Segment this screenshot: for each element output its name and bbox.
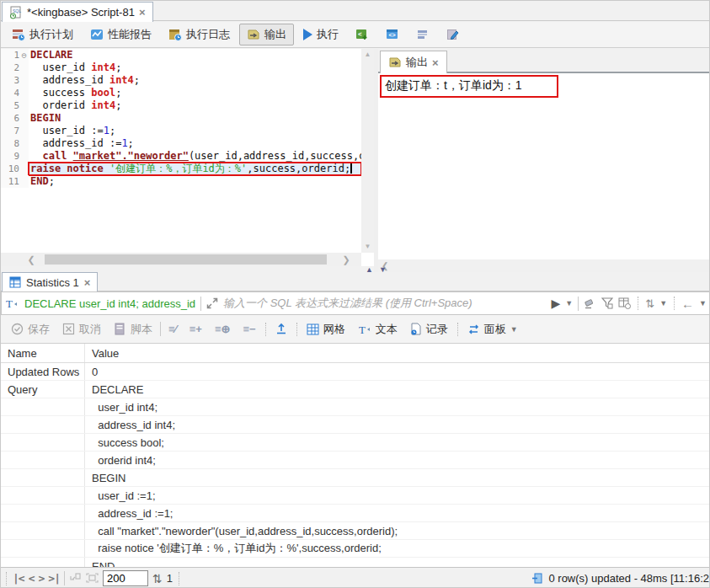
table-row[interactable]: call "market"."neworder"(user_id,address…: [1, 522, 710, 540]
grid-view-label: 网格: [323, 322, 345, 337]
database-ide-window: SQL *<kingbase> Script-81 × 执行计划 性能报告 执行…: [0, 0, 710, 588]
refresh-dropdown-icon[interactable]: ▼: [659, 299, 667, 307]
scrollbar-thumb[interactable]: [45, 254, 327, 265]
output-horizontal-scrollbar[interactable]: ❮: [378, 259, 710, 272]
code-line[interactable]: 9 call "market"."neworder"(user_id,addre…: [1, 150, 361, 163]
format-sql-button[interactable]: [408, 24, 437, 45]
status-bar: |< < > >| ⇅ 1 0 row(s) updated - 48ms [1…: [1, 567, 710, 588]
filter-history-dropdown-icon[interactable]: ▼: [565, 299, 573, 307]
clear-filter-icon[interactable]: [584, 297, 596, 309]
code-view-button[interactable]: <>: [378, 24, 407, 45]
panel-dropdown-icon[interactable]: ▼: [510, 325, 518, 334]
code-line[interactable]: 4 success bool;: [1, 87, 361, 99]
separator: [638, 297, 638, 310]
table-row[interactable]: Updated Rows0: [1, 363, 710, 381]
table-row[interactable]: user_id :=1;: [1, 487, 710, 505]
fetch-next-page-icon[interactable]: [69, 572, 82, 585]
record-view-button[interactable]: 记录: [405, 319, 453, 339]
next-page-icon[interactable]: >: [38, 572, 44, 585]
scroll-down-icon[interactable]: ▼: [361, 241, 374, 253]
code-line[interactable]: 10raise notice '创建订单：%，订单id为：%',success,…: [1, 163, 361, 175]
add-template-icon: <: [355, 28, 369, 41]
editor-horizontal-scrollbar[interactable]: ❮ ❯: [1, 253, 361, 266]
prev-page-icon[interactable]: <: [29, 572, 35, 585]
table-row[interactable]: orderid int4;: [1, 452, 710, 469]
column-header-name[interactable]: Name: [1, 344, 85, 362]
code-line[interactable]: 5 orderid int4;: [1, 99, 361, 112]
grid-view-button[interactable]: 网格: [302, 319, 350, 339]
save-filter-icon[interactable]: [601, 297, 613, 309]
scroll-up-icon[interactable]: ▲: [361, 49, 374, 61]
delete-row-button[interactable]: ≡−: [238, 320, 260, 338]
filter-input[interactable]: 输入一个 SQL 表达式来过滤结果 (使用 Ctrl+Space): [223, 296, 546, 311]
script-label: 脚本: [131, 322, 152, 337]
first-page-icon[interactable]: |<: [13, 572, 24, 585]
edit-script-button[interactable]: [439, 24, 467, 45]
output-tab-label: 输出: [406, 55, 428, 70]
custom-filter-icon[interactable]: [618, 297, 631, 309]
output-content[interactable]: 创建订单：t，订单id为：1: [378, 73, 710, 259]
back-dropdown-icon[interactable]: ▼: [699, 299, 707, 307]
script-button[interactable]: 脚本: [109, 319, 157, 339]
code-line[interactable]: 6BEGIN: [1, 112, 361, 125]
table-row[interactable]: address_id :=1;: [1, 505, 710, 522]
performance-report-button[interactable]: 性能报告: [83, 24, 159, 45]
panel-label: 面板: [484, 322, 506, 337]
run-button[interactable]: 执行: [296, 24, 346, 45]
add-template-button[interactable]: <: [348, 24, 376, 45]
output-tab-icon: [388, 56, 402, 69]
table-row[interactable]: END: [1, 558, 710, 567]
sql-editor[interactable]: 1⊖DECLARE2 user_id int4;3 address_id int…: [1, 49, 374, 266]
output-tab[interactable]: 输出 ×: [380, 51, 447, 73]
cancel-button[interactable]: 取消: [57, 319, 106, 339]
back-icon[interactable]: ←: [681, 297, 694, 311]
editor-tab-close-icon[interactable]: ×: [139, 6, 146, 19]
statistics-tab-close-icon[interactable]: ×: [84, 276, 91, 289]
code-line[interactable]: 8 address_id :=1;: [1, 137, 361, 150]
fetch-all-rows-icon[interactable]: [86, 572, 99, 585]
refresh-page-icon[interactable]: ⇅: [152, 572, 163, 585]
code-line[interactable]: 7 user_id :=1;: [1, 125, 361, 137]
table-row[interactable]: user_id int4;: [1, 398, 710, 416]
edit-row-button[interactable]: ≡⁄: [163, 320, 182, 338]
code-area[interactable]: 1⊖DECLARE2 user_id int4;3 address_id int…: [1, 49, 361, 253]
add-row-button[interactable]: ≡+: [184, 320, 207, 338]
editor-vertical-scrollbar[interactable]: ▲ ▼: [361, 49, 374, 253]
page-size-input[interactable]: [103, 570, 148, 586]
separator: [200, 297, 201, 311]
execution-log-icon: [168, 28, 182, 41]
statistics-tab[interactable]: Statistics 1 ×: [2, 272, 98, 291]
main-toolbar: 执行计划 性能报告 执行日志 输出 执行 <: [1, 22, 710, 48]
output-tab-close-icon[interactable]: ×: [432, 56, 439, 69]
code-line[interactable]: 11END;: [1, 175, 361, 188]
duplicate-row-button[interactable]: ≡⊕: [210, 320, 235, 338]
code-line[interactable]: 1⊖DECLARE: [1, 49, 361, 61]
refresh-results-icon[interactable]: ⇅: [645, 297, 654, 310]
table-row[interactable]: raise notice '创建订单：%，订单id为：%',success,or…: [1, 540, 710, 558]
execution-plan-button[interactable]: 执行计划: [4, 24, 81, 45]
code-view-icon: <>: [386, 28, 399, 41]
panel-button[interactable]: 面板 ▼: [462, 319, 523, 339]
run-label: 执行: [317, 27, 339, 42]
code-line[interactable]: 3 address_id int4;: [1, 74, 361, 87]
execution-log-button[interactable]: 执行日志: [161, 24, 238, 45]
scroll-right-icon[interactable]: ❯: [339, 253, 353, 266]
column-header-value[interactable]: Value: [85, 344, 710, 362]
separator: [6, 572, 7, 585]
output-toggle-button[interactable]: 输出: [239, 24, 294, 45]
apply-filter-icon[interactable]: ▶: [552, 297, 561, 310]
editor-tab[interactable]: SQL *<kingbase> Script-81 ×: [2, 2, 153, 22]
table-row[interactable]: address_id int4;: [1, 416, 710, 434]
export-button[interactable]: [270, 320, 292, 338]
table-header-row[interactable]: Name Value: [1, 344, 710, 363]
last-page-icon[interactable]: >|: [48, 572, 60, 585]
svg-text:<: <: [358, 30, 362, 38]
table-row[interactable]: QueryDECLARE: [1, 381, 710, 398]
text-view-button[interactable]: T 文本: [353, 319, 403, 339]
table-row[interactable]: success bool;: [1, 434, 710, 452]
scroll-left-icon[interactable]: ❮: [24, 253, 38, 266]
code-line[interactable]: 2 user_id int4;: [1, 61, 361, 74]
expand-filter-icon[interactable]: [206, 297, 218, 309]
table-row[interactable]: BEGIN: [1, 469, 710, 487]
save-button[interactable]: 保存: [6, 319, 55, 339]
